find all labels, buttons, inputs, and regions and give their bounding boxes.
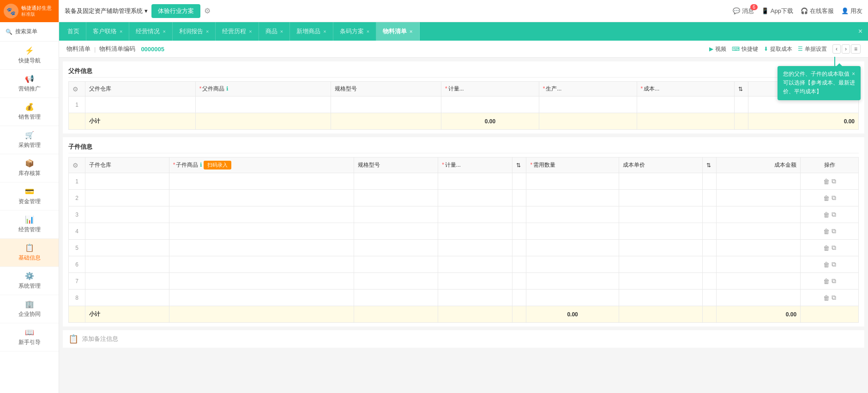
child-product-cell[interactable]: [169, 206, 354, 223]
sidebar-item-marketing[interactable]: 📢 营销推广: [0, 70, 59, 98]
child-warehouse-cell[interactable]: [85, 290, 169, 306]
sidebar-item-sales[interactable]: 💰 销售管理: [0, 98, 59, 126]
child-unit-cost-cell[interactable]: [619, 240, 703, 256]
message-action[interactable]: 💬 消息 6: [733, 7, 754, 15]
prev-btn[interactable]: ‹: [832, 44, 841, 54]
tab-home[interactable]: 首页: [61, 22, 86, 41]
child-product-cell[interactable]: [169, 290, 354, 306]
sidebar-item-guide[interactable]: 📖 新手引导: [0, 323, 59, 351]
child-spec-cell[interactable]: [354, 223, 438, 240]
child-unit-cost-cell[interactable]: [619, 290, 703, 306]
tab-add-goods[interactable]: 新增商品 ×: [290, 22, 333, 41]
child-unit-cell[interactable]: [438, 273, 512, 290]
app-download-action[interactable]: 📱 App下载: [761, 7, 793, 15]
user-action[interactable]: 👤 用友: [841, 7, 862, 15]
delete-btn[interactable]: 🗑: [823, 294, 830, 302]
close-icon[interactable]: ×: [249, 29, 252, 34]
close-icon[interactable]: ×: [280, 29, 283, 34]
child-unit-cell[interactable]: [438, 173, 512, 190]
parent-warehouse-cell[interactable]: [85, 97, 196, 113]
parent-spec-cell[interactable]: [331, 97, 441, 113]
child-warehouse-cell[interactable]: [85, 190, 169, 206]
child-qty-cell[interactable]: [526, 256, 619, 273]
child-cost-amount-cell[interactable]: [717, 206, 801, 223]
add-note-label[interactable]: 添加备注信息: [82, 335, 118, 343]
tab-operation-status[interactable]: 经营情况 ×: [129, 22, 172, 41]
child-qty-cell[interactable]: [526, 206, 619, 223]
close-icon[interactable]: ×: [323, 29, 326, 34]
online-service-action[interactable]: 🎧 在线客服: [801, 7, 834, 15]
col-setting[interactable]: ⚙: [69, 82, 85, 97]
child-unit-cost-cell[interactable]: [619, 190, 703, 206]
child-unit-cell[interactable]: [438, 206, 512, 223]
child-spec-cell[interactable]: [354, 206, 438, 223]
sidebar-item-basic-info[interactable]: 📋 基础信息: [0, 239, 59, 267]
child-unit-cell[interactable]: [438, 190, 512, 206]
sidebar-item-quick-nav[interactable]: ⚡ 快捷导航: [0, 42, 59, 70]
single-setup-action[interactable]: ☰ 单据设置: [798, 45, 827, 53]
trial-btn[interactable]: 体验行业方案: [151, 4, 200, 18]
settings-icon[interactable]: ⚙: [72, 162, 78, 169]
child-spec-cell[interactable]: [354, 290, 438, 306]
child-warehouse-cell[interactable]: [85, 173, 169, 190]
sidebar-item-enterprise[interactable]: 🏢 企业协同: [0, 295, 59, 323]
settings-icon[interactable]: ⚙: [72, 85, 78, 93]
child-product-cell[interactable]: [169, 273, 354, 290]
child-qty-cell[interactable]: [526, 290, 619, 306]
system-selector[interactable]: 装备及固定资产辅助管理系统 ▾: [65, 7, 148, 15]
next-btn[interactable]: ›: [842, 44, 850, 54]
delete-btn[interactable]: 🗑: [823, 194, 830, 202]
child-warehouse-cell[interactable]: [85, 273, 169, 290]
delete-btn[interactable]: 🗑: [823, 260, 830, 268]
child-product-cell[interactable]: [169, 173, 354, 190]
child-cost-amount-cell[interactable]: [717, 173, 801, 190]
menu-btn[interactable]: ≡: [851, 44, 861, 54]
shortcut-action[interactable]: ⌨ 快捷键: [732, 45, 758, 53]
child-cost-amount-cell[interactable]: [717, 240, 801, 256]
child-cost-amount-cell[interactable]: [717, 290, 801, 306]
child-spec-cell[interactable]: [354, 240, 438, 256]
child-spec-cell[interactable]: [354, 256, 438, 273]
extract-cost-action[interactable]: ⬇ 提取成本: [764, 45, 792, 53]
scan-btn[interactable]: 扫码录入: [204, 161, 231, 169]
tab-profit[interactable]: 利润报告 ×: [173, 22, 216, 41]
child-product-cell[interactable]: [169, 256, 354, 273]
child-qty-cell[interactable]: [526, 240, 619, 256]
child-unit-cell[interactable]: [438, 290, 512, 306]
child-spec-cell[interactable]: [354, 190, 438, 206]
copy-btn[interactable]: ⧉: [832, 194, 836, 202]
sidebar-item-inventory[interactable]: 📦 库存核算: [0, 154, 59, 182]
child-unit-cost-cell[interactable]: [619, 256, 703, 273]
child-unit-cell[interactable]: [438, 240, 512, 256]
tab-goods[interactable]: 商品 ×: [259, 22, 290, 41]
close-icon[interactable]: ×: [120, 29, 122, 34]
parent-cost-cell[interactable]: [637, 97, 735, 113]
settings-icon[interactable]: ⚙: [204, 6, 211, 15]
copy-btn[interactable]: ⧉: [832, 277, 836, 285]
delete-btn[interactable]: 🗑: [823, 177, 830, 185]
child-qty-cell[interactable]: [526, 223, 619, 240]
child-qty-cell[interactable]: [526, 173, 619, 190]
tooltip-close-btn[interactable]: ×: [852, 70, 855, 79]
child-qty-cell[interactable]: [526, 190, 619, 206]
delete-btn[interactable]: 🗑: [823, 227, 830, 235]
child-product-cell[interactable]: [169, 190, 354, 206]
child-unit-cost-cell[interactable]: [619, 223, 703, 240]
child-cost-amount-cell[interactable]: [717, 223, 801, 240]
sidebar-item-finance[interactable]: 💳 资金管理: [0, 182, 59, 211]
child-cost-amount-cell[interactable]: [717, 273, 801, 290]
search-menu-button[interactable]: 🔍 搜索菜单: [4, 26, 55, 37]
child-warehouse-cell[interactable]: [85, 256, 169, 273]
copy-btn[interactable]: ⧉: [832, 177, 836, 185]
sidebar-item-purchase[interactable]: 🛒 采购管理: [0, 126, 59, 154]
child-qty-cell[interactable]: [526, 273, 619, 290]
close-all-tabs[interactable]: ×: [855, 27, 866, 36]
child-unit-cost-cell[interactable]: [619, 273, 703, 290]
tab-barcode[interactable]: 条码方案 ×: [333, 22, 376, 41]
child-product-cell[interactable]: [169, 240, 354, 256]
child-unit-cell[interactable]: [438, 256, 512, 273]
close-icon[interactable]: ×: [367, 29, 369, 34]
parent-product-cell[interactable]: [195, 97, 331, 113]
child-warehouse-cell[interactable]: [85, 223, 169, 240]
view-action[interactable]: ▶ 视频: [709, 45, 726, 53]
